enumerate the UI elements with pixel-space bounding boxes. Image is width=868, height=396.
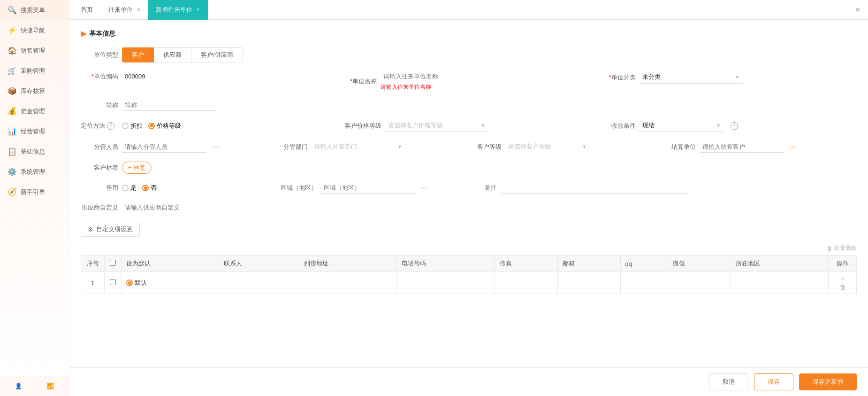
yes-circle <box>122 185 129 191</box>
unit-type-supplier-btn[interactable]: 供应商 <box>154 47 191 62</box>
manager-label: 分管人员 <box>81 143 118 151</box>
tab-units[interactable]: 往来单位 ✕ <box>101 0 148 20</box>
unit-type-customer-btn[interactable]: 客户 <box>122 47 154 62</box>
pricing-method-field: 定价方法 ? 折扣 价格等级 <box>81 122 339 130</box>
disabled-region-row: 停用 是 否 区域（地区） <box>81 182 857 194</box>
sidebar-item-finance[interactable]: 💰 资金管理 <box>0 101 69 121</box>
unit-name-input[interactable] <box>381 71 493 82</box>
unit-name-error: 请输入往来单位名称 <box>381 83 493 91</box>
action-bar: 取消 保存 保存并新增 <box>69 367 868 396</box>
tab-bar-close-btn[interactable]: ✕ <box>851 3 864 16</box>
customize-settings-btn[interactable]: ⚙ 自定义项设置 <box>81 222 140 237</box>
department-label: 分管部门 <box>275 143 308 151</box>
region-input[interactable] <box>321 182 415 194</box>
payment-help-icon[interactable]: ? <box>731 122 738 130</box>
content-area: ▶ 基本信息 单位类型 客户 供应商 客户/供应商 *单位编码 <box>69 20 868 367</box>
sidebar-settings-btn[interactable]: 📶 <box>36 380 66 392</box>
disabled-yes-radio[interactable]: 是 <box>122 184 137 192</box>
unit-code-field: *单位编码 <box>81 71 339 82</box>
select-all-checkbox[interactable] <box>110 260 116 266</box>
abbreviation-input[interactable] <box>122 100 216 111</box>
tag-row: 客户标签 + 标签 <box>81 162 857 174</box>
add-tag-button[interactable]: + 标签 <box>122 162 152 174</box>
basic-icon: 📋 <box>8 147 17 156</box>
level-chevron: ▼ <box>582 144 587 149</box>
disabled-no-radio[interactable]: 否 <box>142 184 157 192</box>
row-delete-icon[interactable]: 🗑 <box>839 283 846 291</box>
save-new-button[interactable]: 保存并新增 <box>799 373 857 390</box>
row-default-label: 默认 <box>135 279 147 287</box>
dept-chevron: ▼ <box>397 144 403 149</box>
system-icon: ⚙️ <box>8 167 17 176</box>
sidebar-item-operations[interactable]: 📊 经营管理 <box>0 121 69 141</box>
pricing-discount-radio[interactable]: 折扣 <box>122 122 143 130</box>
sidebar-item-purchase[interactable]: 🛒 采购管理 <box>0 61 69 81</box>
settlement-more-btn[interactable]: ··· <box>790 143 796 151</box>
manager-more-btn[interactable]: ··· <box>212 143 218 151</box>
sidebar-item-guide[interactable]: 🧭 新手引导 <box>0 182 69 202</box>
level-circle <box>148 123 155 129</box>
col-checkbox <box>105 256 122 272</box>
batch-delete-label[interactable]: 批量删除 <box>834 244 857 252</box>
manager-input[interactable] <box>122 141 206 153</box>
sidebar-item-sales[interactable]: 🏠 销售管理 <box>0 40 69 61</box>
tab-home[interactable]: 首页 <box>73 0 101 20</box>
supplier-custom-input[interactable] <box>122 202 263 213</box>
table-body: 1 默认 <box>81 272 857 294</box>
cancel-button[interactable]: 取消 <box>709 373 748 390</box>
unit-type-field: 单位类型 客户 供应商 客户/供应商 <box>81 47 857 62</box>
col-wechat: 微信 <box>668 256 731 272</box>
col-area: 所在地区 <box>731 256 828 272</box>
row-qq <box>620 272 668 294</box>
unit-type-both-btn[interactable]: 客户/供应商 <box>191 47 243 62</box>
row-address <box>299 272 397 294</box>
abbreviation-label: 简称 <box>81 101 118 109</box>
sidebar-item-system[interactable]: ⚙️ 系统管理 <box>0 162 69 182</box>
unit-category-select[interactable]: 未分类 ▼ <box>640 71 743 84</box>
region-label: 区域（地区） <box>275 184 317 192</box>
sidebar-bottom: 👤 📶 <box>0 376 69 396</box>
payment-terms-select[interactable]: 现结 ▼ <box>640 119 724 132</box>
search-icon: 🔍 <box>8 6 17 15</box>
row-checkbox[interactable] <box>110 279 116 285</box>
settlement-input[interactable] <box>700 141 784 153</box>
unit-type-label: 单位类型 <box>81 51 118 59</box>
sidebar-item-search[interactable]: 🔍 搜索菜单 <box>0 0 69 20</box>
gear-icon: ⚙ <box>88 226 93 233</box>
pricing-help-icon[interactable]: ? <box>107 122 114 130</box>
save-button[interactable]: 保存 <box>754 373 793 390</box>
price-level-label: 客户价格等级 <box>339 122 381 130</box>
customer-level-select[interactable]: 请选择客户等级 ▼ <box>505 140 590 153</box>
sidebar-item-inventory[interactable]: 📦 库存核算 <box>0 81 69 101</box>
row-wechat <box>668 272 731 294</box>
price-level-field: 客户价格等级 请选择客户价格等级 ▼ <box>339 119 598 132</box>
price-level-select[interactable]: 请选择客户价格等级 ▼ <box>385 119 488 132</box>
sidebar-item-quicknav[interactable]: ⚡ 快捷导航 <box>0 20 69 40</box>
remark-input[interactable] <box>501 182 688 194</box>
sidebar-collapse-btn[interactable]: 👤 <box>4 380 34 392</box>
disabled-label: 停用 <box>81 184 118 192</box>
sidebar-item-basic[interactable]: 📋 基础信息 <box>0 141 69 162</box>
tab-units-close[interactable]: ✕ <box>137 7 140 12</box>
tab-new-unit-close[interactable]: ✕ <box>196 7 200 12</box>
department-select[interactable]: 请输入分管部门 ▼ <box>312 140 405 153</box>
sidebar-item-label: 采购管理 <box>21 67 45 75</box>
tab-new-unit[interactable]: 新增往来单位 ✕ <box>148 0 208 20</box>
supplier-custom-row: 供应商自定义 <box>81 202 857 213</box>
col-contact: 联系人 <box>219 256 299 272</box>
disabled-group: 是 否 <box>122 184 157 192</box>
unit-category-field: *单位分类 未分类 ▼ <box>598 71 857 84</box>
sidebar: 🔍 搜索菜单 ⚡ 快捷导航 🏠 销售管理 🛒 采购管理 📦 库存核算 💰 资金管… <box>0 0 69 396</box>
no-circle <box>142 185 149 191</box>
pricing-level-radio[interactable]: 价格等级 <box>148 122 181 130</box>
row-default-radio[interactable]: 默认 <box>126 279 214 287</box>
col-action: 操作 <box>829 256 857 272</box>
discount-circle <box>122 123 129 129</box>
row-checkbox-cell <box>105 272 122 294</box>
payment-terms-field: 收款条件 现结 ▼ ? <box>598 119 857 132</box>
row-add-icon[interactable]: ＋ <box>839 275 846 282</box>
region-more-btn[interactable]: ··· <box>420 184 426 192</box>
col-default: 设为默认 <box>122 256 219 272</box>
unit-code-input[interactable] <box>122 71 216 82</box>
finance-icon: 💰 <box>8 107 17 116</box>
